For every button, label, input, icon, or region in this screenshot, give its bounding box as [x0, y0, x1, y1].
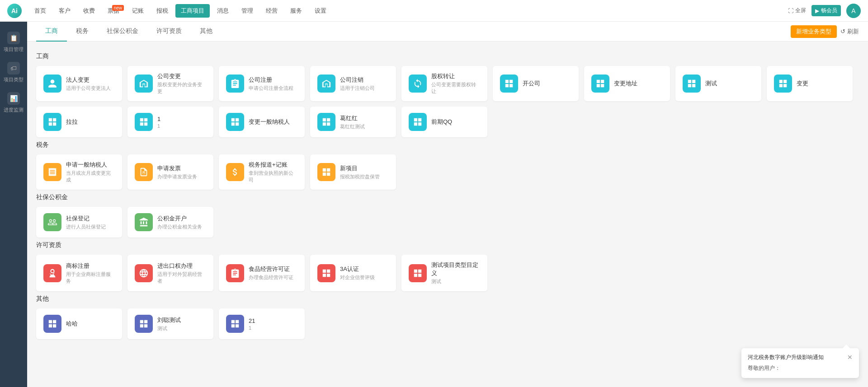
notif-arrow [843, 345, 850, 348]
card-title: 1 [157, 116, 160, 122]
logo: Ai [7, 4, 22, 18]
sidebar-item-项目管理[interactable]: 📋 项目管理 [0, 27, 27, 57]
card-变更一般纳税人[interactable]: 变更一般纳税人 [219, 107, 305, 137]
card-title: 拉拉 [66, 118, 78, 126]
sub-tab-其他[interactable]: 其他 [191, 22, 222, 42]
card-公司注销[interactable]: 公司注销 适用于注销公司 [310, 66, 396, 101]
card-申请发票[interactable]: 申请发票 办理申请发票业务 [127, 154, 213, 190]
section-title: 许可资质 [36, 241, 859, 249]
nav-item-票据[interactable]: 票据new [102, 4, 125, 18]
card-21[interactable]: 21 1 [219, 308, 305, 339]
sidebar-item-进度监测[interactable]: 📊 进度监测 [0, 88, 27, 118]
card-申请一般纳税人[interactable]: 申请一般纳税人 当月或次月成变更完成 [36, 154, 122, 190]
vip-button[interactable]: ▶ 畅会员 [811, 5, 841, 16]
card-title: 申请一般纳税人 [66, 161, 115, 169]
card-icon [409, 113, 427, 131]
card-title: 新项目 [340, 164, 380, 173]
card-desc: 适用于注销公司 [340, 85, 375, 92]
card-title: 公积金开户 [157, 214, 202, 223]
card-商标注册[interactable]: 商标注册 用于企业商标注册服务 [36, 255, 122, 291]
card-变更[interactable]: 变更 [767, 66, 853, 101]
card-新项目[interactable]: 新项目 报税加税控盘保管 [310, 154, 396, 190]
card-变更地址[interactable]: 变更地址 [584, 66, 670, 101]
card-desc: 测试 [431, 278, 480, 285]
card-公司变更[interactable]: 公司变更 股权变更外的业务变更 [127, 66, 213, 101]
card-icon [135, 113, 153, 131]
card-公积金开户[interactable]: 公积金开户 办理公积金相关业务 [127, 207, 213, 238]
card-icon [500, 75, 518, 93]
card-公司注册[interactable]: 公司注册 申请公司注册全流程 [219, 66, 305, 101]
sidebar-item-label: 进度监测 [4, 107, 24, 113]
card-税务报道+记账[interactable]: 税务报道+记账 拿到营业执照的新公司 [219, 154, 305, 190]
sidebar-item-项目类型[interactable]: 🏷 项目类型 [0, 57, 27, 88]
card-text: 公积金开户 办理公积金相关业务 [157, 214, 202, 230]
card-哈哈[interactable]: 哈哈 [36, 308, 122, 339]
card-测试[interactable]: 测试 [675, 66, 761, 101]
card-icon [226, 264, 244, 282]
section-工商: 工商 法人变更 适用于公司变更法人 公司变更 股权变更外的业务变更 公司注册 [36, 52, 859, 137]
sub-tab-税务[interactable]: 税务 [67, 22, 98, 42]
sidebar-item-label: 项目管理 [4, 46, 24, 53]
card-title: 21 [249, 317, 255, 324]
nav-item-收费[interactable]: 收费 [78, 4, 100, 18]
new-type-button[interactable]: 新增业务类型 [791, 25, 837, 38]
card-拉拉[interactable]: 拉拉 [36, 107, 122, 137]
nav-items: 首页客户收费票据new记账报税工商项目消息管理经营服务设置 [29, 4, 788, 18]
card-icon [135, 75, 153, 93]
nav-item-经营[interactable]: 经营 [260, 4, 283, 18]
card-开公司[interactable]: 开公司 [493, 66, 579, 101]
nav-item-报税[interactable]: 报税 [151, 4, 174, 18]
nav-item-客户[interactable]: 客户 [53, 4, 76, 18]
card-text: 食品经营许可证 办理食品经营许可证 [249, 265, 293, 281]
card-text: 测试 [705, 79, 717, 88]
section-title: 其他 [36, 295, 859, 303]
top-nav: Ai 首页客户收费票据new记账报税工商项目消息管理经营服务设置 ⛶ 全屏 ▶ … [0, 0, 868, 22]
card-测试项目类型目定义[interactable]: 测试项目类型目定义 测试 [401, 255, 487, 291]
card-text: 税务报道+记账 拿到营业执照的新公司 [249, 161, 297, 183]
card-icon [226, 315, 244, 333]
card-葛红红[interactable]: 葛红红 葛红红测试 [310, 107, 396, 137]
card-前期QQ[interactable]: 前期QQ [401, 107, 487, 137]
card-title: 开公司 [523, 79, 540, 88]
card-title: 税务报道+记账 [249, 161, 297, 169]
nav-item-管理[interactable]: 管理 [236, 4, 259, 18]
fullscreen-button[interactable]: ⛶ 全屏 [788, 7, 806, 14]
card-股权转让[interactable]: 股权转让 公司变更需要股权转让 [401, 66, 487, 101]
card-icon [43, 163, 61, 181]
sub-tab-工商[interactable]: 工商 [36, 22, 67, 42]
refresh-button[interactable]: ↺ 刷新 [840, 28, 859, 36]
card-text: 变更地址 [614, 79, 637, 88]
sub-tab-许可资质[interactable]: 许可资质 [147, 22, 191, 42]
card-社保登记[interactable]: 社保登记 进行人员社保登记 [36, 207, 122, 238]
card-1[interactable]: 1 1 [127, 107, 213, 137]
nav-item-服务[interactable]: 服务 [285, 4, 307, 18]
card-食品经营许可证[interactable]: 食品经营许可证 办理食品经营许可证 [219, 255, 305, 291]
card-text: 公司注销 适用于注销公司 [340, 76, 375, 92]
nav-item-首页[interactable]: 首页 [29, 4, 52, 18]
card-icon [135, 213, 153, 231]
card-text: 商标注册 用于企业商标注册服务 [66, 262, 115, 284]
card-title: 股权转让 [431, 72, 480, 80]
content-area: 工商 法人变更 适用于公司变更法人 公司变更 股权变更外的业务变更 公司注册 [27, 42, 868, 350]
card-title: 前期QQ [431, 118, 452, 126]
card-刘聪测试[interactable]: 刘聪测试 测试 [127, 308, 213, 339]
card-3A认证[interactable]: 3A认证 对企业信誉评级 [310, 255, 396, 291]
nav-item-工商项目[interactable]: 工商项目 [175, 4, 210, 18]
nav-item-设置[interactable]: 设置 [309, 4, 332, 18]
nav-item-记账[interactable]: 记账 [127, 4, 149, 18]
card-法人变更[interactable]: 法人变更 适用于公司变更法人 [36, 66, 122, 101]
notif-title: 河北税务数字账户升级影响通知 [748, 354, 824, 361]
avatar[interactable]: A [846, 4, 861, 18]
card-icon [43, 264, 61, 282]
nav-item-消息[interactable]: 消息 [212, 4, 234, 18]
card-text: 进出口权办理 适用于对外贸易经营者 [157, 262, 206, 284]
sub-tab-社保公积金[interactable]: 社保公积金 [98, 22, 147, 42]
card-text: 新项目 报税加税控盘保管 [340, 164, 380, 180]
card-text: 变更 [797, 79, 808, 88]
card-title: 3A认证 [340, 265, 375, 273]
cards-grid: 法人变更 适用于公司变更法人 公司变更 股权变更外的业务变更 公司注册 申请公司… [36, 66, 859, 137]
card-desc: 1 [157, 123, 160, 129]
card-进出口权办理[interactable]: 进出口权办理 适用于对外贸易经营者 [127, 255, 213, 291]
notif-close-button[interactable]: ✕ [847, 354, 853, 361]
card-title: 葛红红 [340, 114, 365, 122]
